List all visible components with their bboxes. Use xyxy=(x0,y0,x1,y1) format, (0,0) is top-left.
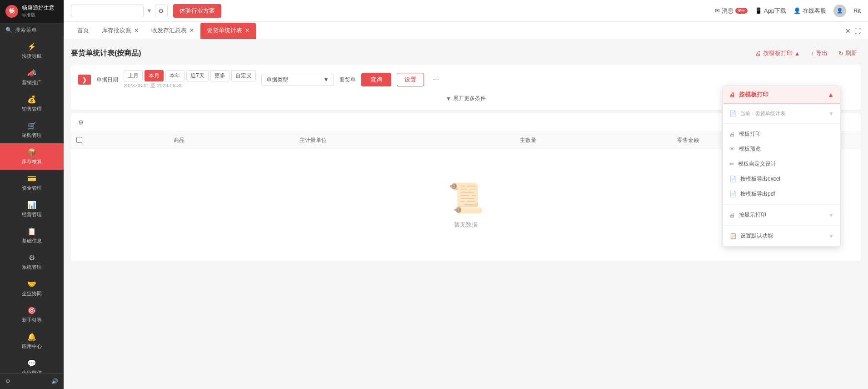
sidebar-item-operation[interactable]: 📊 经营管理 xyxy=(0,196,64,222)
dropdown-item-template-excel[interactable]: 📄 按模板导出excel xyxy=(723,172,840,187)
sidebar-item-collab[interactable]: 🤝 企业协同 xyxy=(0,275,64,302)
tab-close-order-stat[interactable]: ✕ xyxy=(245,27,249,34)
setting-button[interactable]: 设置 xyxy=(397,73,424,86)
filter-expand-arrow[interactable]: ❯ xyxy=(78,75,91,85)
download-icon: 📱 xyxy=(755,7,762,14)
sidebar-settings-btn[interactable]: ⚙ xyxy=(5,378,10,384)
wecom-icon: 💬 xyxy=(27,359,36,368)
print-icon: 🖨 xyxy=(755,50,761,57)
date-filter-label: 单据日期 xyxy=(96,76,118,84)
system-icon: ⚙ xyxy=(29,253,35,262)
query-button[interactable]: 查询 xyxy=(361,73,391,86)
messages-action[interactable]: ✉ 消息 99+ xyxy=(715,7,748,15)
more-options-btn[interactable]: ··· xyxy=(429,74,443,86)
logo-icon: 畅 xyxy=(5,5,18,18)
dropdown-item-template-print[interactable]: 🖨 模板打印 xyxy=(723,126,840,141)
user-avatar-icon: 👤 xyxy=(837,8,843,14)
select-all-checkbox[interactable] xyxy=(76,137,82,143)
marketing-icon: 📣 xyxy=(27,69,36,77)
sidebar-item-guide[interactable]: 🎯 新手引导 xyxy=(0,302,64,328)
operation-icon: 📊 xyxy=(27,201,36,209)
quick-nav-icon: ⚡ xyxy=(27,42,36,51)
empty-icon: 📜 xyxy=(448,181,484,215)
inventory-icon: 📦 xyxy=(27,148,36,157)
current-arrow-icon: ▼ xyxy=(828,111,834,117)
expand-conditions-btn[interactable]: ▼ 展开更多条件 xyxy=(442,93,489,104)
dropdown-header: 🖨 按模板打印 ▲ xyxy=(723,86,840,104)
sidebar-search[interactable]: 🔍 搜索菜单 xyxy=(0,23,64,38)
sidebar-item-inventory[interactable]: 📦 库存核算 xyxy=(0,143,64,170)
table-column-settings-btn[interactable]: ⚙ xyxy=(76,117,86,128)
sidebar-item-quick-nav[interactable]: ⚡ 快捷导航 xyxy=(0,38,64,64)
col-quantity: 主数量 xyxy=(514,132,672,149)
page-title: 要货单统计表(按商品) xyxy=(71,49,141,58)
dropdown-item-display-print[interactable]: 🖨 按显示打印 ▼ xyxy=(723,207,840,222)
dropdown-default-section: 📋 设置默认功能 ▼ xyxy=(723,226,840,246)
app-logo: 畅 畅康通好生意 标准版 xyxy=(0,0,64,23)
dropdown-print-icon: 🖨 xyxy=(729,91,735,98)
sidebar-item-marketing[interactable]: 📣 营销推广 xyxy=(0,64,64,91)
tab-close-receipt-summary[interactable]: ✕ xyxy=(190,27,194,34)
main-content: ▼ ⚙ 体验行业方案 ✉ 消息 99+ 📱 App下载 👤 在线客服 👤 Rit xyxy=(64,0,868,389)
print-action-btn[interactable]: 🖨 按模板打印 ▲ xyxy=(752,47,804,59)
page-content: 要货单统计表(按商品) 🖨 按模板打印 ▲ ↑ 导出 ↻ 刷新 xyxy=(64,40,868,389)
online-service-action[interactable]: 👤 在线客服 xyxy=(793,7,826,15)
date-btn-custom[interactable]: 自定义 xyxy=(231,70,256,81)
industry-solution-button[interactable]: 体验行业方案 xyxy=(173,4,221,18)
refresh-action-btn[interactable]: ↻ 刷新 xyxy=(835,47,861,59)
export-action-btn[interactable]: ↑ 导出 xyxy=(808,47,832,59)
dropdown-item-template-design[interactable]: ✏ 模板自定义设计 xyxy=(723,157,840,172)
current-item-icon: 📄 xyxy=(729,110,737,117)
template-print-icon: 🖨 xyxy=(729,131,735,137)
dropdown-item-template-preview[interactable]: 👁 模板预览 xyxy=(723,141,840,157)
sidebar-item-appstore[interactable]: 🔔 应用中心 xyxy=(0,328,64,354)
user-avatar[interactable]: 👤 xyxy=(833,5,846,17)
app-name: 畅康通好生意 xyxy=(22,5,55,12)
date-btn-prev-month[interactable]: 上月 xyxy=(124,70,143,81)
sidebar-nav: ⚡ 快捷导航 📣 营销推广 💰 销售管理 🛒 采购管理 📦 库存核算 💳 资金管… xyxy=(0,38,64,373)
tab-close-batch-account[interactable]: ✕ xyxy=(134,27,139,34)
order-qty-label: 要货单 xyxy=(339,76,356,84)
date-btn-last7days[interactable]: 近7天 xyxy=(186,70,209,81)
sidebar-item-sales[interactable]: 💰 销售管理 xyxy=(0,91,64,117)
dropdown-current-item[interactable]: 📄 当前：要货单统计表 ▼ xyxy=(723,106,840,121)
sidebar-item-wecom[interactable]: 💬 企业微信 xyxy=(0,354,64,373)
finance-icon: 💳 xyxy=(27,174,36,183)
window-close-btn[interactable]: ✕ xyxy=(845,27,851,35)
select-chevron-icon: ▼ xyxy=(324,76,329,83)
sidebar-bottom: ⚙ 🔊 xyxy=(0,373,64,389)
tab-home[interactable]: 首页 xyxy=(71,23,95,39)
date-btn-this-month[interactable]: 本月 xyxy=(145,70,164,81)
export-icon: ↑ xyxy=(811,50,814,57)
sidebar-item-purchase[interactable]: 🛒 采购管理 xyxy=(0,117,64,143)
collab-icon: 🤝 xyxy=(27,280,36,288)
sidebar-item-system[interactable]: ⚙ 系统管理 xyxy=(0,249,64,275)
message-icon: ✉ xyxy=(715,7,720,14)
template-pdf-icon: 📄 xyxy=(729,191,737,197)
tabs-bar: 首页 库存批次账 ✕ 收发存汇总表 ✕ 要货单统计表 ✕ ✕ ⛶ xyxy=(64,22,868,40)
tab-receipt-summary[interactable]: 收发存汇总表 ✕ xyxy=(145,23,200,39)
sidebar-item-finance[interactable]: 💳 资金管理 xyxy=(0,170,64,196)
dropdown-item-set-default[interactable]: 📋 设置默认功能 ▼ xyxy=(723,228,840,243)
app-download-action[interactable]: 📱 App下载 xyxy=(755,7,786,15)
date-btn-more[interactable]: 更多 xyxy=(210,70,229,81)
tab-batch-account[interactable]: 库存批次账 ✕ xyxy=(95,23,145,39)
current-label: 当前：要货单统计表 xyxy=(740,110,785,117)
empty-text: 暂无数据 xyxy=(454,221,478,229)
window-maximize-btn[interactable]: ⛶ xyxy=(854,27,861,35)
topbar-search-input[interactable] xyxy=(71,5,144,17)
date-btn-this-year[interactable]: 本年 xyxy=(165,70,185,81)
tab-order-stat[interactable]: 要货单统计表 ✕ xyxy=(200,23,256,39)
search-icon: 🔍 xyxy=(5,27,12,33)
guide-icon: 🎯 xyxy=(27,306,36,315)
order-type-select[interactable]: 单据类型 ▼ xyxy=(261,74,334,86)
display-print-icon: 🖨 xyxy=(729,212,735,218)
sidebar-item-basic[interactable]: 📋 基础信息 xyxy=(0,222,64,249)
template-design-icon: ✏ xyxy=(729,161,734,167)
print-dropdown-popup: 🖨 按模板打印 ▲ 📄 当前：要货单统计表 ▼ 🖨 xyxy=(723,86,841,247)
sidebar-audio-btn[interactable]: 🔊 xyxy=(51,378,58,384)
dropdown-item-template-pdf[interactable]: 📄 按模板导出pdf xyxy=(723,187,840,202)
dropdown-collapse-btn[interactable]: ▲ xyxy=(828,91,834,98)
topbar-settings-button[interactable]: ⚙ xyxy=(155,5,168,17)
topbar-dropdown-icon[interactable]: ▼ xyxy=(146,7,152,14)
